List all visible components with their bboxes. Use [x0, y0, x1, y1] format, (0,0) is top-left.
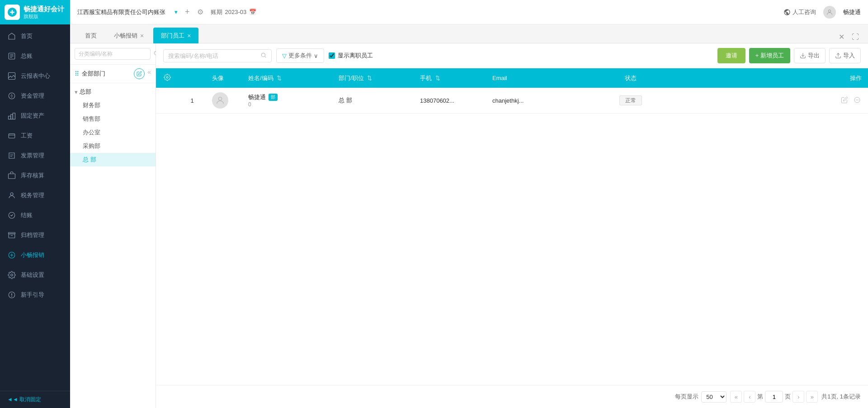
table-col-status: 状态 [594, 68, 667, 88]
dept-search-input[interactable] [75, 48, 151, 60]
dept-item-office[interactable]: 办公室 [70, 126, 156, 139]
all-depts-button[interactable]: ⠿ 全部部门 [75, 70, 105, 78]
tab-dept-staff[interactable]: 部门员工 × [153, 28, 198, 43]
page-size-selector: 每页显示 10 20 50 100 [675, 391, 726, 403]
employee-name: 畅捷通 [248, 93, 266, 101]
app-logo-icon [5, 5, 20, 20]
invite-button[interactable]: 邀请 [717, 48, 745, 63]
company-name: 江西服宝精品有限责任公司内账张 [77, 8, 165, 16]
show-resigned-checkbox[interactable] [329, 52, 335, 59]
sidebar-item-funds[interactable]: 资金管理 [0, 86, 70, 106]
archive-icon [7, 231, 16, 240]
svg-rect-16 [9, 234, 15, 238]
guide-icon [7, 290, 16, 299]
tab-home[interactable]: 首页 [77, 28, 104, 43]
filter-button[interactable]: ▽ 更多条件 ∨ [276, 48, 324, 63]
filter-dropdown-icon: ∨ [314, 52, 318, 59]
table-header-row: 头像 姓名/编码 ⇅ 部门/职位 ⇅ 手机 ⇅ [156, 68, 868, 88]
table-col-action: 操作 [667, 68, 868, 88]
sidebar-item-archive[interactable]: 归档管理 [0, 225, 70, 245]
sidebar-item-invoice[interactable]: 发票管理 [0, 146, 70, 166]
page-input-group: 第 页 [757, 391, 791, 403]
employee-table: 头像 姓名/编码 ⇅ 部门/职位 ⇅ 手机 ⇅ [156, 68, 868, 114]
settings-button[interactable]: ⚙ [197, 8, 203, 16]
topbar-right: 人工咨询 畅捷通 [783, 6, 861, 19]
tab-close-dept-staff[interactable]: × [187, 32, 191, 39]
svg-rect-8 [11, 114, 13, 119]
svg-rect-12 [9, 174, 15, 179]
table-col-name[interactable]: 姓名/编码 ⇅ [242, 68, 332, 88]
sidebar-item-inventory[interactable]: 库存核算 [0, 166, 70, 185]
dept-item-general[interactable]: 总 部 [70, 153, 156, 166]
status-badge: 正常 [619, 95, 642, 105]
pagination-bar: 每页显示 10 20 50 100 « ‹ 第 页 [156, 385, 868, 408]
dept-item-finance[interactable]: 财务部 [70, 99, 156, 112]
prev-page-button[interactable]: ‹ [744, 391, 755, 403]
table-col-dept[interactable]: 部门/职位 ⇅ [332, 68, 414, 88]
current-page-input[interactable] [765, 391, 783, 403]
dept-edit-button[interactable] [134, 68, 145, 79]
sidebar-item-expense[interactable]: 小畅报销 [0, 245, 70, 265]
tab-close-xiaochang[interactable]: × [140, 32, 144, 39]
topbar: 江西服宝精品有限责任公司内账张 ▾ + ⚙ 账期 2023-03 📅 人工咨询 … [70, 0, 868, 24]
row-avatar-cell [206, 88, 242, 114]
ledger-icon [7, 52, 16, 61]
cancel-fixed-button[interactable]: ◄◄ 取消固定 [0, 391, 70, 408]
sidebar-item-assets[interactable]: 固定资产 [0, 106, 70, 126]
add-company-button[interactable]: + [185, 7, 190, 17]
dept-item-purchase[interactable]: 采购部 [70, 139, 156, 153]
row-phone: 138070602... [414, 88, 486, 114]
employee-table-container: 头像 姓名/编码 ⇅ 部门/职位 ⇅ 手机 ⇅ [156, 68, 868, 385]
tab-xiaochang[interactable]: 小畅报销 × [106, 28, 151, 43]
company-dropdown-icon[interactable]: ▾ [175, 9, 178, 15]
show-resigned-toggle[interactable]: 显示离职员工 [329, 52, 373, 60]
calendar-icon[interactable]: 📅 [249, 9, 256, 15]
export-button[interactable]: 导出 [794, 48, 826, 63]
dept-collapse-button[interactable]: « [147, 68, 151, 79]
delete-employee-button[interactable] [853, 95, 862, 106]
dept-group-main[interactable]: ▾ 总部 [70, 85, 156, 99]
sidebar-nav: 首页 总账 云报表中心 资金管理 固定资产 [0, 24, 70, 391]
table-col-num [179, 68, 206, 88]
sidebar-item-settle[interactable]: 结账 [0, 205, 70, 225]
dept-search-area [70, 43, 156, 65]
sort-phone-icon: ⇅ [435, 75, 440, 81]
table-row: 1 畅捷通 部 0 [156, 88, 868, 114]
import-button[interactable]: 导入 [829, 48, 861, 63]
sidebar-item-guide[interactable]: 新手引导 [0, 285, 70, 305]
employee-avatar [212, 92, 228, 109]
sidebar-item-ledger[interactable]: 总账 [0, 46, 70, 66]
edit-employee-button[interactable] [840, 95, 849, 106]
sidebar-item-tax[interactable]: 税务管理 [0, 185, 70, 205]
expense-icon [7, 251, 16, 260]
first-page-button[interactable]: « [730, 391, 742, 403]
dept-tree: ▾ 总部 财务部 销售部 办公室 采购部 总 部 [70, 83, 156, 408]
employee-code: 0 [248, 101, 326, 108]
table-col-phone[interactable]: 手机 ⇅ [414, 68, 486, 88]
sidebar-item-wages[interactable]: 工资 [0, 126, 70, 146]
funds-icon [7, 91, 16, 100]
next-page-button[interactable]: › [793, 391, 804, 403]
close-tab-button[interactable]: ✕ [837, 31, 846, 43]
last-page-button[interactable]: » [806, 391, 818, 403]
employee-search-icon[interactable] [260, 52, 267, 60]
service-button[interactable]: 人工咨询 [783, 8, 816, 16]
employee-search-input[interactable] [168, 52, 258, 59]
page-size-select[interactable]: 10 20 50 100 [701, 391, 726, 403]
user-avatar [823, 6, 836, 19]
dept-item-sales[interactable]: 销售部 [70, 112, 156, 126]
table-col-settings[interactable] [156, 68, 179, 88]
base-settings-icon [7, 270, 16, 280]
sidebar-item-home[interactable]: 首页 [0, 26, 70, 46]
add-employee-button[interactable]: + 新增员工 [749, 48, 790, 63]
svg-point-21 [828, 9, 830, 12]
toolbar-right-buttons: 邀请 + 新增员工 导出 导入 [717, 48, 861, 63]
row-empty-settings [156, 88, 179, 114]
wages-icon [7, 131, 16, 140]
expand-button[interactable]: ⛶ [850, 31, 861, 43]
assets-icon [7, 111, 16, 120]
sidebar-item-reports[interactable]: 云报表中心 [0, 66, 70, 86]
dept-actions: « [134, 68, 151, 79]
department-panel: ⠿ 全部部门 « ▾ 总部 财务部 销售部 办公室 采购部 [70, 43, 156, 408]
sidebar-item-base[interactable]: 基础设置 [0, 265, 70, 285]
